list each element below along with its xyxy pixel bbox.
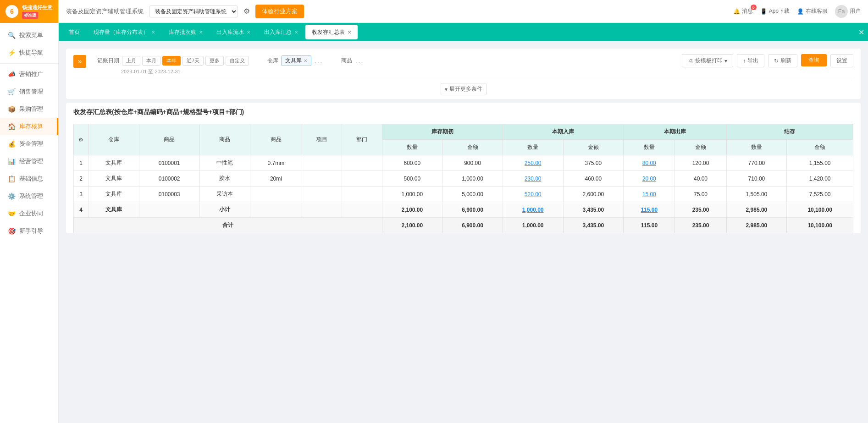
cell-department xyxy=(342,171,382,187)
sidebar: 6 畅捷通好生意 标准版 🔍 搜索菜单 ⚡ 快捷导航 📣 营销推广 🛒 销售管理… xyxy=(0,0,59,423)
tabbar: 首页 现存量（库存分布表） ✕ 库存批次账 ✕ 出入库流水 ✕ 出入库汇总 ✕ … xyxy=(59,23,868,41)
table-config-icon[interactable]: ⚙ xyxy=(78,137,83,143)
cell-in-qty[interactable]: 520.00 xyxy=(503,187,563,202)
trial-btn[interactable]: 体验行业方案 xyxy=(255,5,304,18)
sidebar-item-basic-info[interactable]: 📋 基础信息 xyxy=(0,170,58,187)
cell-closing-amount: 1,420.00 xyxy=(787,171,853,187)
tab-inout-summary[interactable]: 出入库汇总 ✕ xyxy=(258,25,304,39)
date-btn-7days[interactable]: 近7天 xyxy=(182,56,204,66)
cell-out-qty[interactable]: 80.00 xyxy=(624,155,675,171)
sidebar-menu: 🔍 搜索菜单 ⚡ 快捷导航 📣 营销推广 🛒 销售管理 📦 采购管理 🏠 库存核… xyxy=(0,23,58,243)
cell-in-qty[interactable]: 230.00 xyxy=(503,171,563,187)
tab-inventory-dist[interactable]: 现存量（库存分布表） ✕ xyxy=(87,25,161,39)
sidebar-item-sales[interactable]: 🛒 销售管理 xyxy=(0,83,58,100)
table-footer: 合计 2,100.00 6,900.00 1,000.00 3,435.00 1… xyxy=(74,218,853,233)
sidebar-item-marketing[interactable]: 📣 营销推广 xyxy=(0,66,58,83)
product-filter-group: 商品 ... xyxy=(341,57,364,65)
tab-home[interactable]: 首页 xyxy=(62,25,86,39)
tab-close-batch-ledger[interactable]: ✕ xyxy=(199,30,203,35)
warehouse-more-btn[interactable]: ... xyxy=(314,57,323,65)
sidebar-item-purchase[interactable]: 📦 采购管理 xyxy=(0,100,58,118)
filter-toggle-btn[interactable]: » xyxy=(73,55,86,68)
system-title: 装备及固定资产辅助管理系统 xyxy=(66,7,144,16)
col-group-current-out: 本期出库 xyxy=(624,124,726,140)
footer-opening-qty: 2,100.00 xyxy=(382,218,442,233)
sidebar-item-finance[interactable]: 💰 资金管理 xyxy=(0,135,58,153)
cell-closing-qty: 770.00 xyxy=(726,155,787,171)
cell-out-qty[interactable]: 115.00 xyxy=(624,202,675,218)
app-download-btn[interactable]: 📱 App下载 xyxy=(760,7,790,15)
export-btn[interactable]: ↑ 导出 xyxy=(737,54,764,67)
col-warehouse: 仓库 xyxy=(88,124,139,155)
col-opening-amount: 金额 xyxy=(442,140,503,155)
col-in-qty: 数量 xyxy=(503,140,563,155)
sidebar-item-quick-nav[interactable]: ⚡ 快捷导航 xyxy=(0,44,58,61)
warehouse-tag-close-btn[interactable]: ✕ xyxy=(304,58,307,63)
cell-closing-amount: 10,100.00 xyxy=(787,202,853,218)
footer-opening-amount: 6,900.00 xyxy=(442,218,503,233)
cell-department xyxy=(342,187,382,202)
refresh-icon: ↻ xyxy=(774,58,779,64)
user-menu[interactable]: Ea 用户 xyxy=(835,5,861,18)
cell-in-qty[interactable]: 250.00 xyxy=(503,155,563,171)
cell-product_code: 0100003 xyxy=(139,187,199,202)
right-actions: 🖨 按模板打印 ▾ ↑ 导出 ↻ 刷新 xyxy=(682,54,853,67)
cell-closing-qty: 1,505.00 xyxy=(726,187,787,202)
cell-project xyxy=(302,171,342,187)
sidebar-item-operations[interactable]: 📊 经营管理 xyxy=(0,153,58,170)
notification-btn[interactable]: 🔔 消息 6 xyxy=(733,7,753,15)
warehouse-filter-group: 仓库 文具库 ✕ ... xyxy=(267,55,323,66)
date-btn-last-month[interactable]: 上月 xyxy=(122,56,140,66)
expand-more-btn[interactable]: ▾ 展开更多条件 xyxy=(441,83,487,95)
sidebar-item-search[interactable]: 🔍 搜索菜单 xyxy=(0,27,58,44)
cell-product_name: 中性笔 xyxy=(199,155,250,171)
col-out-qty: 数量 xyxy=(624,140,675,155)
col-in-amount: 金额 xyxy=(563,140,624,155)
tab-batch-ledger[interactable]: 库存批次账 ✕ xyxy=(162,25,209,39)
print-btn[interactable]: 🖨 按模板打印 ▾ xyxy=(682,54,733,67)
table-row: 2文具库0100002胶水20ml500.001,000.00230.00460… xyxy=(74,171,853,187)
sidebar-item-enterprise[interactable]: 🤝 企业协同 xyxy=(0,205,58,222)
cell-warehouse: 文具库 xyxy=(88,187,139,202)
cell-out-amount: 75.00 xyxy=(675,187,726,202)
date-btn-this-month[interactable]: 本月 xyxy=(142,56,160,66)
date-btn-custom[interactable]: 自定义 xyxy=(226,56,249,66)
page-content: » 记账日期 上月 本月 本年 近7天 更多 xyxy=(59,41,868,423)
settings-icon[interactable]: ⚙ xyxy=(243,7,250,16)
tab-receive-summary[interactable]: 收发存汇总表 ✕ xyxy=(305,25,358,39)
refresh-btn[interactable]: ↻ 刷新 xyxy=(768,54,797,67)
tab-inout-flow[interactable]: 出入库流水 ✕ xyxy=(210,25,257,39)
close-all-tabs-btn[interactable]: ✕ xyxy=(858,28,864,37)
footer-row: 合计 2,100.00 6,900.00 1,000.00 3,435.00 1… xyxy=(74,218,853,233)
cell-product_spec xyxy=(250,202,302,218)
cell-out-qty[interactable]: 20.00 xyxy=(624,171,675,187)
sidebar-item-system[interactable]: ⚙️ 系统管理 xyxy=(0,187,58,205)
footer-closing-amount: 10,100.00 xyxy=(787,218,853,233)
footer-label: 合计 xyxy=(74,218,382,233)
cell-closing-amount: 7,525.00 xyxy=(787,187,853,202)
col-product-spec: 商品 xyxy=(250,124,302,155)
cell-out-qty[interactable]: 15.00 xyxy=(624,187,675,202)
cell-department xyxy=(342,202,382,218)
cell-product_name: 胶水 xyxy=(199,171,250,187)
product-more-btn[interactable]: ... xyxy=(355,57,364,65)
sidebar-item-inventory[interactable]: 🏠 库存核算 xyxy=(0,118,58,135)
export-icon: ↑ xyxy=(743,58,746,64)
warehouse-label: 仓库 xyxy=(267,57,278,65)
tab-close-inventory-dist[interactable]: ✕ xyxy=(151,30,155,35)
sidebar-header: 6 畅捷通好生意 标准版 xyxy=(0,0,58,23)
query-btn[interactable]: 查询 xyxy=(801,54,827,66)
date-btn-this-year[interactable]: 本年 xyxy=(162,56,181,66)
system-select[interactable]: 装备及固定资产辅助管理系统 xyxy=(149,5,238,17)
tab-close-receive-summary[interactable]: ✕ xyxy=(348,30,351,35)
table-row: 4文具库小计2,100.006,900.001,000.003,435.0011… xyxy=(74,202,853,218)
cell-in-qty[interactable]: 1,000.00 xyxy=(503,202,563,218)
online-service-btn[interactable]: 👤 在线客服 xyxy=(797,7,828,15)
sidebar-item-guide[interactable]: 🎯 新手引导 xyxy=(0,222,58,240)
date-filter-group: 记账日期 上月 本月 本年 近7天 更多 自定义 xyxy=(97,56,249,66)
date-btn-more[interactable]: 更多 xyxy=(205,56,224,66)
warehouse-tag: 文具库 ✕ xyxy=(281,55,311,66)
tab-close-inout-summary[interactable]: ✕ xyxy=(294,30,298,35)
table-settings-btn[interactable]: 设置 xyxy=(830,54,853,67)
tab-close-inout-flow[interactable]: ✕ xyxy=(247,30,250,35)
